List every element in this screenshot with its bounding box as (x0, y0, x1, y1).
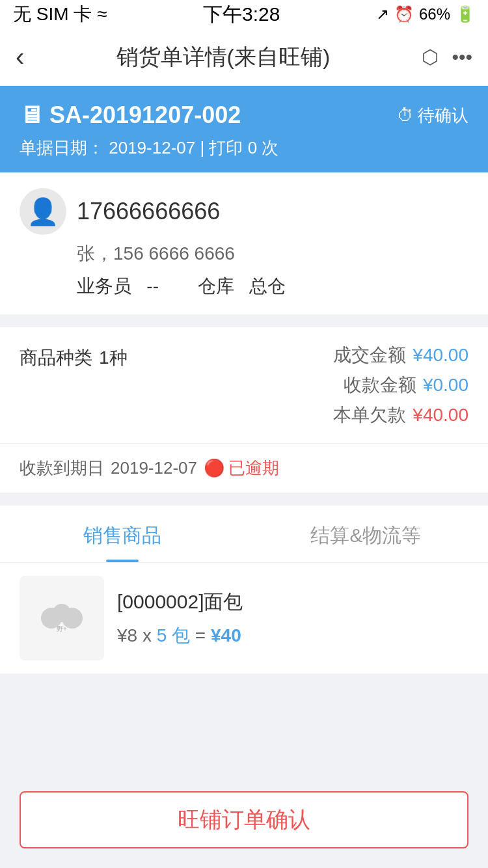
overdue-text: 已逾期 (228, 457, 279, 480)
salesperson-label: 业务员 (77, 276, 131, 296)
status-right: ↗ ⏰ 66% 🔋 (376, 5, 475, 23)
status-time: 下午3:28 (203, 1, 280, 28)
product-thumbnail: 野+ (20, 576, 104, 660)
order-header: 🖥 SA-20191207-002 ⏱ 待确认 单据日期： 2019-12-07… (0, 86, 488, 172)
tab-settlement[interactable]: 结算&物流等 (244, 506, 488, 562)
product-item: 野+ [0000002]面包 ¥8 x 5 包 = ¥40 (20, 576, 468, 660)
avatar: 👤 (20, 188, 66, 235)
alarm-icon: ⏰ (394, 5, 414, 23)
tabs-row: 销售商品 结算&物流等 (0, 506, 488, 562)
order-date: 单据日期： 2019-12-07 | 打印 0 次 (20, 137, 468, 159)
quantity-value: 5 (157, 625, 167, 645)
more-icon[interactable]: ••• (452, 46, 472, 68)
status-left: 无 SIM 卡 ≈ (13, 2, 107, 27)
clock-icon: ⏱ (397, 105, 414, 126)
tab-sales-products[interactable]: 销售商品 (0, 506, 244, 562)
product-kinds-value: 1种 (99, 346, 128, 370)
product-kinds-label: 商品种类 (20, 346, 92, 370)
overdue-icon: 🔴 (204, 458, 224, 478)
duedate-section: 收款到期日 2019-12-07 🔴 已逾期 (0, 443, 488, 493)
product-section: 野+ [0000002]面包 ¥8 x 5 包 = ¥40 (0, 563, 488, 673)
arrears-label: 本单欠款 (333, 403, 406, 427)
back-button[interactable]: ‹ (16, 42, 24, 72)
customer-meta: 业务员 -- 仓库 总仓 (77, 274, 468, 299)
equals-sign: = (195, 625, 211, 645)
divider-1 (0, 314, 488, 327)
arrears-value: ¥40.00 (413, 405, 468, 426)
confirm-order-button[interactable]: 旺铺订单确认 (20, 791, 468, 848)
customer-row: 👤 17666666666 (20, 188, 468, 235)
received-row: 收款金额 ¥0.00 (344, 373, 468, 398)
product-info: [0000002]面包 ¥8 x 5 包 = ¥40 (117, 589, 468, 648)
unit-value: 包 (172, 625, 190, 645)
location-icon: ↗ (376, 5, 389, 23)
salesperson-value: -- (146, 276, 159, 296)
received-value: ¥0.00 (423, 375, 468, 396)
product-price: ¥8 x 5 包 = ¥40 (117, 623, 468, 648)
summary-section: 商品种类 1种 成交金额 ¥40.00 收款金额 ¥0.00 本单欠款 ¥40.… (0, 327, 488, 443)
duedate-label: 收款到期日 (20, 457, 104, 480)
price-value: ¥8 (117, 625, 137, 645)
nav-actions: ⬡ ••• (422, 46, 472, 68)
product-name: [0000002]面包 (117, 589, 468, 616)
order-id: 🖥 SA-20191207-002 (20, 102, 241, 129)
arrears-row: 本单欠款 ¥40.00 (333, 403, 468, 427)
warehouse-label: 仓库 (198, 276, 234, 296)
nav-bar: ‹ 销货单详情(来自旺铺) ⬡ ••• (0, 29, 488, 86)
tabs-section: 销售商品 结算&物流等 (0, 506, 488, 563)
warehouse-value: 总仓 (249, 276, 286, 296)
total-value: ¥40 (211, 625, 241, 645)
amount-label: 成交金额 (333, 343, 406, 368)
page-title: 销货单详情(来自旺铺) (116, 42, 331, 72)
customer-name: 张，156 6666 6666 (77, 241, 468, 266)
amount-row: 成交金额 ¥40.00 (333, 343, 468, 368)
duedate-value: 2019-12-07 (111, 458, 197, 478)
avatar-icon: 👤 (27, 197, 59, 227)
bottom-area: 旺铺订单确认 (0, 778, 488, 868)
status-bar: 无 SIM 卡 ≈ 下午3:28 ↗ ⏰ 66% 🔋 (0, 0, 488, 29)
summary-right: 成交金额 ¥40.00 收款金额 ¥0.00 本单欠款 ¥40.00 (333, 343, 468, 427)
summary-left: 商品种类 1种 (20, 343, 128, 370)
received-label: 收款金额 (344, 373, 416, 398)
sim-status: 无 SIM 卡 ≈ (13, 2, 107, 27)
amount-value: ¥40.00 (413, 345, 468, 366)
share-icon[interactable]: ⬡ (422, 46, 439, 68)
overdue-badge: 🔴 已逾期 (204, 457, 279, 480)
battery-status: 66% (419, 5, 450, 23)
svg-text:野+: 野+ (57, 625, 67, 632)
order-icon: 🖥 (20, 102, 43, 129)
customer-phone: 17666666666 (77, 198, 220, 225)
battery-icon: 🔋 (455, 5, 475, 23)
price-x: x (142, 625, 157, 645)
customer-section: 👤 17666666666 张，156 6666 6666 业务员 -- 仓库 … (0, 172, 488, 314)
order-status: ⏱ 待确认 (397, 104, 468, 127)
svg-point-2 (53, 604, 71, 622)
